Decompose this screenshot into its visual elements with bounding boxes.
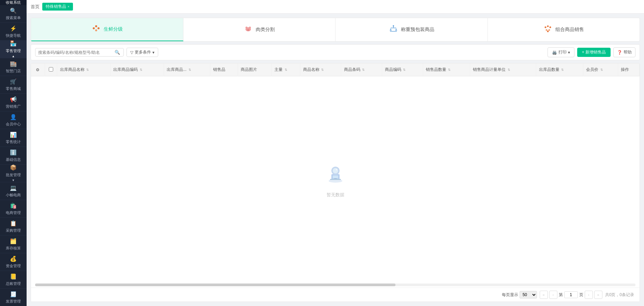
col-label: 主量 xyxy=(274,67,283,72)
first-page-icon: « xyxy=(543,293,545,297)
pagination: 每页显示 10 20 50 100 « ‹ xyxy=(31,288,640,302)
sidebar-item-retail-mgmt[interactable]: 🏪 零售管理 ▲ xyxy=(0,41,27,58)
col-product-barcode[interactable]: 商品条码 ⇅ xyxy=(341,63,382,76)
col-checkbox[interactable] xyxy=(45,63,57,76)
last-page-icon: » xyxy=(597,293,599,297)
sidebar-item-search-order[interactable]: 🔍 搜索菜单 xyxy=(0,5,27,23)
tab-scale-pack[interactable]: 称重预包装商品 xyxy=(335,18,488,41)
svg-point-17 xyxy=(547,31,549,32)
sidebar-item-label: 零售统计 xyxy=(6,139,21,144)
page-controls: « ‹ 第 页 › » xyxy=(540,291,602,299)
col-out-product-name[interactable]: 出库商品名称 ⇅ xyxy=(57,63,110,76)
col-out-product-code[interactable]: 出库商品编码 ⇅ xyxy=(110,63,164,76)
sidebar-item-wholesale-mgmt[interactable]: 📦 批发管理 ▼ xyxy=(0,165,27,182)
sort-icon: ⇅ xyxy=(448,68,451,72)
main-content: 首页 特殊销售品 × 生鲜分级 xyxy=(27,0,644,306)
svg-rect-25 xyxy=(330,179,341,180)
per-page-label: 每页显示 xyxy=(502,292,518,298)
data-table: ⚙ 出库商品名称 ⇅ 出库商品编码 ⇅ xyxy=(31,63,640,76)
select-all-checkbox[interactable] xyxy=(49,67,53,72)
col-label: 会员价 xyxy=(586,67,598,72)
filter-label: 更多条件 xyxy=(135,49,151,55)
last-page-button[interactable]: » xyxy=(594,291,602,299)
tab-cards: 生鲜分级 肉类分割 xyxy=(31,18,640,42)
general-ledger-icon: 📒 xyxy=(10,273,17,280)
sidebar-item-invoice-mgmt[interactable]: 🧾 发票管理 xyxy=(0,289,27,306)
add-sales-button[interactable]: + 新增销售品 xyxy=(577,48,611,57)
col-label: 商品名称 xyxy=(303,67,319,72)
table-header-row: ⚙ 出库商品名称 ⇅ 出库商品编码 ⇅ xyxy=(31,63,640,76)
horizontal-scrollbar[interactable] xyxy=(35,284,635,286)
print-icon: 🖨️ xyxy=(552,50,557,55)
svg-rect-20 xyxy=(333,175,338,178)
sidebar-item-ecom-mgmt[interactable]: 🛍️ 电商管理 xyxy=(0,200,27,218)
col-label: 销售品数量 xyxy=(426,67,446,72)
sidebar-item-sales-promo[interactable]: 📢 营销推广 xyxy=(0,94,27,111)
sidebar-item-label: 智慧门店 xyxy=(6,68,21,74)
combo-sales-label: 组合商品销售 xyxy=(555,27,584,33)
scale-pack-icon xyxy=(389,24,398,35)
col-product-name[interactable]: 商品名称 ⇅ xyxy=(300,63,341,76)
retail-mgmt-icon: 🏪 xyxy=(10,40,17,47)
close-tab-button[interactable]: × xyxy=(68,5,70,9)
meat-cut-label: 肉类分割 xyxy=(256,27,275,33)
sidebar-item-mini-ecom[interactable]: 💻 小畅电商 xyxy=(0,182,27,200)
sidebar-item-member-center[interactable]: 👤 会员中心 xyxy=(0,111,27,129)
page-body: 生鲜分级 肉类分割 xyxy=(27,14,644,306)
sidebar-item-label: 资金管理 xyxy=(6,263,21,269)
help-button[interactable]: ❓ 帮助 xyxy=(613,47,635,57)
per-page-control: 每页显示 10 20 50 100 xyxy=(502,291,537,299)
sidebar-item-retail-stats[interactable]: 📊 零售统计 xyxy=(0,129,27,147)
sidebar-item-retail-mall[interactable]: 🛒 零售商城 xyxy=(0,76,27,94)
search-order-icon: 🔍 xyxy=(10,7,17,15)
page-number-input[interactable] xyxy=(564,291,578,298)
capital-mgmt-icon: 💰 xyxy=(10,255,17,263)
retail-stats-icon: 📊 xyxy=(10,131,17,139)
page-suffix: 页 xyxy=(579,292,583,298)
smart-store-icon: 🏬 xyxy=(10,60,17,68)
filter-button[interactable]: ▽ 更多条件 ▾ xyxy=(126,48,158,57)
col-main-quantity[interactable]: 主量 ⇅ xyxy=(272,63,300,76)
prev-page-button[interactable]: ‹ xyxy=(549,291,557,299)
col-sales-quantity[interactable]: 销售品数量 ⇅ xyxy=(423,63,470,76)
sidebar-item-inventory[interactable]: 🗂️ 库存核算 xyxy=(0,235,27,253)
table-wrapper: ⚙ 出库商品名称 ⇅ 出库商品编码 ⇅ xyxy=(31,63,640,302)
first-page-button[interactable]: « xyxy=(540,291,548,299)
col-member-price[interactable]: 会员价 ⇅ xyxy=(583,63,618,76)
sidebar-item-general-ledger[interactable]: 📒 总账管理 xyxy=(0,271,27,289)
col-label: 销售品 xyxy=(213,67,225,72)
prev-page-icon: ‹ xyxy=(553,293,554,297)
home-link[interactable]: 首页 xyxy=(31,4,40,10)
col-out-quantity[interactable]: 出库品数量 ⇅ xyxy=(536,63,583,76)
tab-meat-cut[interactable]: 肉类分割 xyxy=(183,18,336,41)
print-button[interactable]: 🖨️ 打印 ▾ xyxy=(548,47,574,57)
sidebar-item-purchase-mgmt[interactable]: 📋 采购管理 xyxy=(0,218,27,235)
sidebar-item-label: 库存核算 xyxy=(6,246,21,251)
sort-icon: ⇅ xyxy=(140,68,143,72)
col-label: 出库商品名称 xyxy=(60,67,85,72)
sidebar-item-basic-info[interactable]: ℹ️ 基础信息 xyxy=(0,147,27,165)
basic-info-icon: ℹ️ xyxy=(10,149,17,156)
sort-icon: ⇅ xyxy=(86,68,89,72)
sidebar-item-smart-store[interactable]: 🏬 智慧门店 xyxy=(0,58,27,76)
col-product-image: 商品图片 xyxy=(238,63,272,76)
col-action: 操作 xyxy=(618,63,640,76)
sidebar-item-capital-mgmt[interactable]: 💰 资金管理 xyxy=(0,253,27,271)
mini-ecom-icon: 💻 xyxy=(10,184,17,192)
svg-point-14 xyxy=(550,27,551,28)
tab-fresh-grade[interactable]: 生鲜分级 xyxy=(31,18,183,41)
search-input[interactable] xyxy=(38,50,113,55)
col-sales-unit[interactable]: 销售商品计量单位 ⇅ xyxy=(470,63,536,76)
next-page-button[interactable]: › xyxy=(585,291,593,299)
col-label: 出库商品编码 xyxy=(113,67,138,72)
per-page-select[interactable]: 10 20 50 100 xyxy=(520,291,537,299)
active-tab-tag[interactable]: 特殊销售品 × xyxy=(42,3,73,11)
tab-combo-sales[interactable]: 组合商品销售 xyxy=(488,18,640,41)
search-icon[interactable]: 🔍 xyxy=(115,50,120,55)
col-settings[interactable]: ⚙ xyxy=(31,63,45,76)
sidebar-item-quick-nav[interactable]: ⚡ 快捷导航 xyxy=(0,23,27,41)
col-out-product-x[interactable]: 出库商品... ⇅ xyxy=(164,63,210,76)
col-product-code[interactable]: 商品编码 ⇅ xyxy=(382,63,423,76)
meat-cut-icon xyxy=(243,24,253,35)
svg-point-5 xyxy=(245,27,248,29)
